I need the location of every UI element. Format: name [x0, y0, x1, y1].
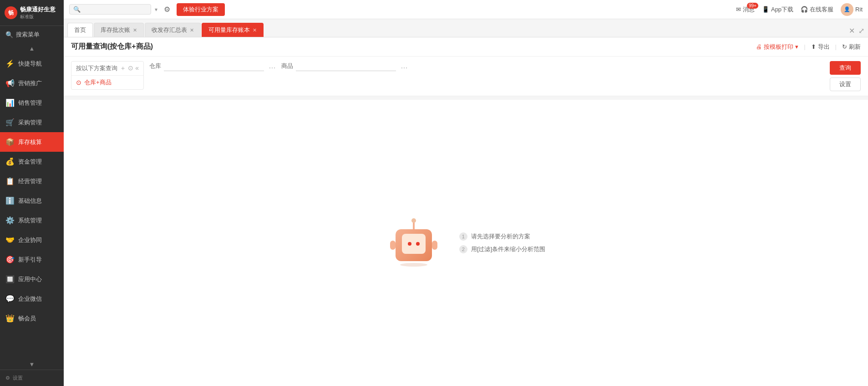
sidebar-scroll-up[interactable]: ▲ — [0, 43, 64, 54]
message-badge: 99+ — [747, 3, 758, 9]
refresh-icon: ↻ — [842, 43, 847, 50]
template-print-label: 按模板打印 — [764, 43, 793, 51]
tab-close-icon[interactable]: ✕ — [133, 27, 137, 33]
sidebar-item-inventory[interactable]: 📦 库存核算 — [0, 132, 64, 152]
sidebar-nav: ⚡ 快捷导航 📢 营销推广 📊 销售管理 🛒 采购管理 📦 库存核算 💰 资金管… — [0, 54, 64, 359]
tab-available-qty[interactable]: 可用量库存账本 ✕ — [202, 23, 264, 37]
tip-num-2: 2 — [459, 245, 467, 253]
sidebar-footer[interactable]: ⚙ 设置 — [0, 370, 64, 386]
sidebar-item-guide[interactable]: 🎯 新手引导 — [0, 250, 64, 269]
sidebar-item-system[interactable]: ⚙️ 系统管理 — [0, 211, 64, 230]
scheme-header-label: 按以下方案查询 — [76, 64, 117, 72]
username-label: Rit — [855, 6, 863, 13]
sidebar-item-member[interactable]: 👑 畅会员 — [0, 309, 64, 328]
tabs-right-actions: ✕ ⤢ — [849, 26, 868, 37]
goods-more-icon[interactable]: … — [401, 62, 408, 70]
sidebar-search[interactable]: 🔍 搜索菜单 — [0, 26, 64, 43]
goods-field-label: 商品 — [281, 62, 293, 70]
sales-icon: 📊 — [5, 98, 15, 107]
user-avatar[interactable]: 👤 Rit — [841, 3, 863, 16]
empty-tips: 1 请先选择要分析的方案 2 用[过滤]条件来缩小分析范围 — [459, 232, 545, 253]
divider: | — [835, 43, 837, 50]
sidebar-item-label: 采购管理 — [18, 118, 42, 127]
page-actions: 🖨 按模板打印 ▾ | ⬆ 导出 | ↻ 刷新 — [756, 43, 861, 51]
query-scheme-header: 按以下方案查询 ＋ ⊙ « — [71, 62, 143, 76]
warehouse-more-icon[interactable]: … — [269, 62, 276, 70]
online-service-button[interactable]: 🎧 在线客服 — [801, 5, 833, 14]
avatar-text: 👤 — [844, 6, 850, 12]
query-fields: 仓库 … 商品 … — [149, 61, 824, 71]
sidebar-item-finance[interactable]: 💰 资金管理 — [0, 152, 64, 171]
topbar-gear-icon[interactable]: ⚙ — [161, 5, 173, 14]
topbar: 🔍 ▾ ⚙ 体验行业方案 ✉ 消息 99+ 📱 App下载 🎧 在线客服 👤 — [64, 0, 868, 19]
sidebar-item-label: 营销推广 — [18, 79, 42, 87]
refresh-button[interactable]: ↻ 刷新 — [842, 43, 861, 51]
tab-home-label: 首页 — [74, 26, 86, 33]
member-icon: 👑 — [5, 314, 15, 323]
sidebar-item-label: 系统管理 — [18, 216, 42, 225]
sidebar-item-purchase[interactable]: 🛒 采购管理 — [0, 113, 64, 132]
sidebar: 畅 畅康通好生意 标准版 🔍 搜索菜单 ▲ ⚡ 快捷导航 📢 营销推广 📊 销售… — [0, 0, 64, 386]
empty-state: 1 请先选择要分析的方案 2 用[过滤]条件来缩小分析范围 — [64, 100, 868, 386]
goods-field-group: 商品 … — [281, 61, 408, 71]
scheme-item-warehouse-goods[interactable]: ⊙ 仓库+商品 — [71, 76, 143, 89]
tab-label: 库存批次账 — [101, 26, 130, 34]
wechat-icon: 💬 — [5, 294, 15, 303]
query-button[interactable]: 查询 — [830, 61, 861, 75]
warehouse-field-group: 仓库 … — [149, 61, 276, 71]
sidebar-item-label: 畅会员 — [18, 314, 36, 323]
collapse-scheme-button[interactable]: « — [135, 64, 139, 72]
topbar-search-box[interactable]: 🔍 — [69, 4, 151, 15]
export-label: 导出 — [818, 43, 830, 51]
tab-batch-account[interactable]: 库存批次账 ✕ — [94, 23, 144, 37]
scheme-actions: ＋ ⊙ « — [120, 64, 139, 72]
tab-close-icon[interactable]: ✕ — [190, 27, 194, 33]
export-button[interactable]: ⬆ 导出 — [811, 43, 830, 51]
sidebar-item-sales[interactable]: 📊 销售管理 — [0, 93, 64, 113]
template-print-button[interactable]: 🖨 按模板打印 ▾ — [756, 43, 798, 51]
sidebar-footer-label: 设置 — [13, 375, 23, 381]
tab-label: 可用量库存账本 — [208, 26, 250, 34]
online-service-label: 在线客服 — [810, 5, 833, 14]
app-download-button[interactable]: 📱 App下载 — [762, 5, 793, 14]
tab-home[interactable]: 首页 — [67, 23, 93, 37]
sidebar-item-operations[interactable]: 📋 经营管理 — [0, 171, 64, 191]
app-logo-icon: 畅 — [5, 6, 17, 19]
app-name: 畅康通好生意 — [20, 5, 56, 14]
sidebar-item-wechat[interactable]: 💬 企业微信 — [0, 289, 64, 309]
basic-info-icon: ℹ️ — [5, 196, 15, 205]
dropdown-arrow-icon[interactable]: ▾ — [795, 43, 798, 50]
sidebar-item-quick-nav[interactable]: ⚡ 快捷导航 — [0, 54, 64, 73]
add-scheme-button[interactable]: ＋ — [120, 64, 126, 72]
warehouse-input[interactable] — [164, 61, 264, 71]
app-version: 标准版 — [20, 14, 56, 20]
message-button[interactable]: ✉ 消息 99+ — [736, 5, 755, 14]
search-dropdown-icon[interactable]: ▾ — [155, 6, 157, 13]
settings-scheme-button[interactable]: ⊙ — [128, 64, 133, 72]
sidebar-item-label: 新手引导 — [18, 256, 42, 264]
sidebar-item-app-center[interactable]: 🔲 应用中心 — [0, 269, 64, 289]
main-area: 🔍 ▾ ⚙ 体验行业方案 ✉ 消息 99+ 📱 App下载 🎧 在线客服 👤 — [64, 0, 868, 386]
search-icon: 🔍 — [5, 31, 13, 38]
quick-nav-icon: ⚡ — [5, 59, 15, 68]
settings-button[interactable]: 设置 — [830, 77, 861, 91]
tab-collect-summary[interactable]: 收发存汇总表 ✕ — [145, 23, 201, 37]
sidebar-scroll-down[interactable]: ▼ — [0, 359, 64, 370]
topbar-search-input[interactable] — [81, 6, 135, 13]
page-header: 可用量查询(按仓库+商品) 🖨 按模板打印 ▾ | ⬆ 导出 | ↻ 刷新 — [64, 37, 868, 57]
goods-input[interactable] — [296, 61, 396, 71]
operations-icon: 📋 — [5, 177, 15, 185]
close-all-tabs-button[interactable]: ✕ — [849, 26, 855, 35]
industry-solution-button[interactable]: 体验行业方案 — [177, 3, 225, 16]
sidebar-item-label: 经营管理 — [18, 177, 42, 185]
sidebar-item-basic-info[interactable]: ℹ️ 基础信息 — [0, 191, 64, 211]
tab-close-icon[interactable]: ✕ — [253, 27, 257, 33]
empty-illustration — [386, 216, 441, 270]
message-icon: ✉ — [736, 6, 741, 13]
empty-tip-1: 1 请先选择要分析的方案 — [459, 232, 545, 241]
warehouse-field-label: 仓库 — [149, 62, 161, 70]
topbar-right: ✉ 消息 99+ 📱 App下载 🎧 在线客服 👤 Rit — [736, 3, 863, 16]
sidebar-item-enterprise[interactable]: 🤝 企业协同 — [0, 230, 64, 250]
sidebar-item-marketing[interactable]: 📢 营销推广 — [0, 73, 64, 93]
expand-tab-button[interactable]: ⤢ — [858, 26, 864, 35]
